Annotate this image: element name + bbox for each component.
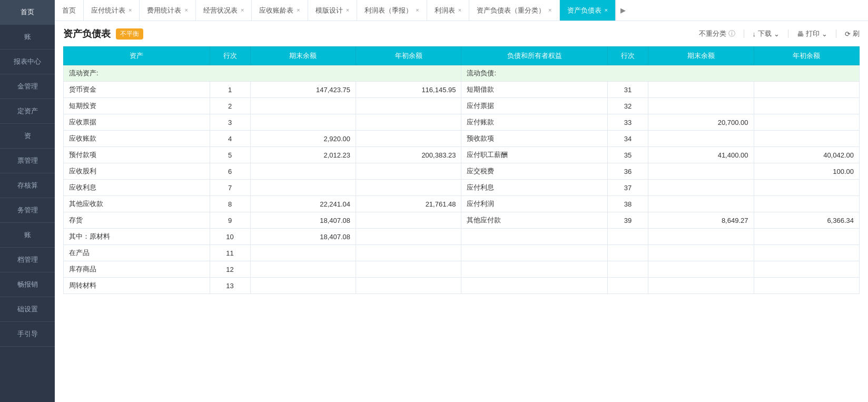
- sidebar-item-fixed-assets[interactable]: 定资产: [0, 99, 55, 124]
- tab-expense-stats-close[interactable]: ×: [184, 7, 188, 13]
- period-end-amount2[interactable]: [648, 180, 754, 196]
- year-start-amount[interactable]: [356, 163, 461, 180]
- tab-scroll-right[interactable]: ▶: [616, 0, 630, 21]
- sidebar-item-inventory-accounting[interactable]: 存核算: [0, 173, 55, 198]
- tab-home[interactable]: 首页: [55, 0, 84, 21]
- tab-balance[interactable]: 资产负债表 ×: [560, 0, 616, 21]
- tab-template-design[interactable]: 模版设计 ×: [308, 0, 357, 21]
- tab-income-quarterly-close[interactable]: ×: [416, 7, 419, 13]
- tab-expense-stats[interactable]: 费用统计表 ×: [140, 0, 195, 21]
- sidebar-item-cash-management[interactable]: 金管理: [0, 74, 55, 99]
- table-row[interactable]: 流动资产: 流动负债:: [64, 65, 860, 82]
- year-start-amount2[interactable]: 6,366.34: [754, 212, 860, 229]
- period-end-amount2[interactable]: [648, 245, 754, 261]
- year-start-amount[interactable]: [356, 245, 461, 261]
- table-row[interactable]: 短期投资 2 应付票据 32: [64, 98, 860, 114]
- year-start-amount2[interactable]: 100.00: [754, 163, 860, 180]
- year-start-amount[interactable]: [356, 212, 461, 229]
- period-end-amount[interactable]: 18,407.08: [250, 212, 356, 229]
- table-row[interactable]: 在产品 11: [64, 245, 860, 261]
- tab-payable-stats[interactable]: 应付统计表 ×: [84, 0, 140, 21]
- sidebar-item-expense-report[interactable]: 畅报销: [0, 272, 55, 297]
- tab-operations-close[interactable]: ×: [241, 7, 244, 13]
- classify-action[interactable]: 不重分类 ⓘ: [699, 29, 735, 38]
- tab-operations[interactable]: 经营状况表 ×: [196, 0, 252, 21]
- year-start-amount[interactable]: [356, 131, 461, 147]
- year-start-amount[interactable]: 21,761.48: [356, 196, 461, 212]
- period-end-amount2[interactable]: 20,700.00: [648, 114, 754, 131]
- year-start-amount[interactable]: 116,145.95: [356, 82, 461, 98]
- tab-template-design-close[interactable]: ×: [346, 7, 349, 13]
- period-end-amount[interactable]: [250, 114, 356, 131]
- year-start-amount[interactable]: [356, 180, 461, 196]
- sidebar-item-archive-mgmt[interactable]: 档管理: [0, 248, 55, 272]
- table-row[interactable]: 预付款项 5 2,012.23 200,383.23 应付职工薪酬 35 41,…: [64, 147, 860, 163]
- period-end-amount2[interactable]: [648, 163, 754, 180]
- table-row[interactable]: 其他应收款 8 22,241.04 21,761.48 应付利润 38: [64, 196, 860, 212]
- period-end-amount[interactable]: [250, 163, 356, 180]
- year-start-amount2[interactable]: [754, 98, 860, 114]
- period-end-amount2[interactable]: [648, 261, 754, 278]
- tab-receivable-aging[interactable]: 应收账龄表 ×: [252, 0, 308, 21]
- year-start-amount2[interactable]: [754, 261, 860, 278]
- period-end-amount[interactable]: 18,407.08: [250, 229, 356, 245]
- help-icon[interactable]: ⓘ: [728, 29, 735, 38]
- year-start-amount[interactable]: [356, 278, 461, 294]
- year-start-amount2[interactable]: 40,042.00: [754, 147, 860, 163]
- table-row[interactable]: 周转材料 13: [64, 278, 860, 294]
- year-start-amount2[interactable]: [754, 229, 860, 245]
- table-row[interactable]: 应收账款 4 2,920.00 预收款项 34: [64, 131, 860, 147]
- year-start-amount[interactable]: [356, 261, 461, 278]
- sidebar-item-settings[interactable]: 础设置: [0, 297, 55, 322]
- refresh-action[interactable]: ⟳ 刷: [845, 29, 860, 38]
- tab-balance-reclassified[interactable]: 资产负债表（重分类） ×: [469, 0, 559, 21]
- tab-payable-stats-close[interactable]: ×: [129, 7, 132, 13]
- year-start-amount2[interactable]: [754, 82, 860, 98]
- table-row[interactable]: 存货 9 18,407.08 其他应付款 39 8,649.27 6,366.3…: [64, 212, 860, 229]
- tab-receivable-aging-close[interactable]: ×: [297, 7, 300, 13]
- sidebar-item-ticket-mgmt[interactable]: 票管理: [0, 149, 55, 173]
- period-end-amount2[interactable]: [648, 98, 754, 114]
- period-end-amount2[interactable]: [648, 278, 754, 294]
- year-start-amount[interactable]: [356, 229, 461, 245]
- period-end-amount2[interactable]: [648, 82, 754, 98]
- year-start-amount2[interactable]: [754, 196, 860, 212]
- table-row[interactable]: 其中：原材料 10 18,407.08: [64, 229, 860, 245]
- year-start-amount[interactable]: [356, 98, 461, 114]
- period-end-amount[interactable]: 22,241.04: [250, 196, 356, 212]
- period-end-amount2[interactable]: [648, 229, 754, 245]
- period-end-amount2[interactable]: [648, 131, 754, 147]
- sidebar-item-account[interactable]: 账: [0, 25, 55, 50]
- period-end-amount2[interactable]: 41,400.00: [648, 147, 754, 163]
- sidebar-item-home[interactable]: 首页: [0, 0, 55, 25]
- period-end-amount[interactable]: [250, 98, 356, 114]
- tab-income[interactable]: 利润表 ×: [427, 0, 469, 21]
- table-row[interactable]: 应收股利 6 应交税费 36 100.00: [64, 163, 860, 180]
- period-end-amount2[interactable]: [648, 196, 754, 212]
- year-start-amount2[interactable]: [754, 180, 860, 196]
- sidebar-item-guide[interactable]: 手引导: [0, 322, 55, 347]
- period-end-amount[interactable]: [250, 245, 356, 261]
- year-start-amount2[interactable]: [754, 245, 860, 261]
- tab-income-close[interactable]: ×: [458, 7, 461, 13]
- sidebar-item-report-center[interactable]: 报表中心: [0, 50, 55, 74]
- table-row[interactable]: 货币资金 1 147,423.75 116,145.95 短期借款 31: [64, 82, 860, 98]
- print-action[interactable]: 🖶 打印 ⌄: [797, 29, 827, 38]
- sidebar-item-ledger[interactable]: 账: [0, 223, 55, 248]
- sidebar-item-capital[interactable]: 资: [0, 124, 55, 149]
- year-start-amount[interactable]: 200,383.23: [356, 147, 461, 163]
- download-action[interactable]: ↓ 下载 ⌄: [753, 29, 780, 38]
- sidebar-item-tax-mgmt[interactable]: 务管理: [0, 198, 55, 223]
- year-start-amount2[interactable]: [754, 114, 860, 131]
- period-end-amount[interactable]: [250, 261, 356, 278]
- table-row[interactable]: 应收利息 7 应付利息 37: [64, 180, 860, 196]
- year-start-amount2[interactable]: [754, 278, 860, 294]
- tab-balance-close[interactable]: ×: [605, 7, 608, 13]
- tab-balance-reclassified-close[interactable]: ×: [548, 7, 551, 13]
- period-end-amount[interactable]: 2,920.00: [250, 131, 356, 147]
- period-end-amount[interactable]: 2,012.23: [250, 147, 356, 163]
- tab-income-quarterly[interactable]: 利润表（季报） ×: [357, 0, 427, 21]
- period-end-amount[interactable]: [250, 180, 356, 196]
- table-row[interactable]: 库存商品 12: [64, 261, 860, 278]
- year-start-amount[interactable]: [356, 114, 461, 131]
